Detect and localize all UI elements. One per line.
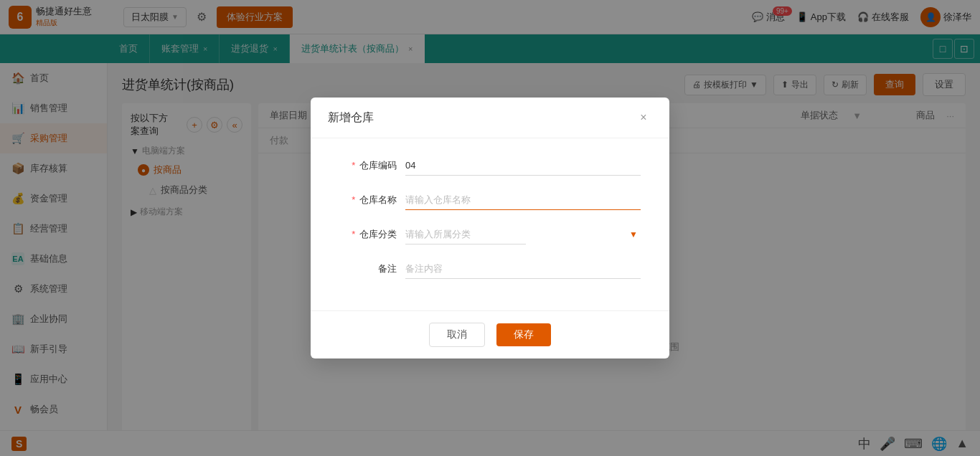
remark-label-text: 备注: [378, 263, 397, 274]
name-label: * 仓库名称: [339, 194, 397, 206]
code-label: * 仓库编码: [339, 159, 397, 172]
modal-overlay: 新增仓库 × * 仓库编码 * 仓库名称: [0, 0, 980, 456]
name-required-mark: *: [352, 194, 355, 205]
dialog-close-button[interactable]: ×: [635, 109, 652, 126]
form-row-category: * 仓库分类 ▼: [339, 224, 641, 244]
dialog-header: 新增仓库 ×: [311, 98, 669, 138]
code-label-text: 仓库编码: [359, 160, 397, 171]
dialog-title: 新增仓库: [328, 110, 374, 125]
category-label: * 仓库分类: [339, 228, 397, 241]
dialog-body: * 仓库编码 * 仓库名称 * 仓库分类: [311, 138, 669, 310]
code-input[interactable]: [405, 156, 641, 176]
category-label-text: 仓库分类: [359, 229, 397, 239]
name-label-text: 仓库名称: [359, 194, 397, 205]
category-required-mark: *: [352, 229, 355, 239]
dialog-footer: 取消 保存: [311, 310, 669, 358]
remark-label: 备注: [339, 262, 397, 275]
add-warehouse-dialog: 新增仓库 × * 仓库编码 * 仓库名称: [311, 98, 669, 358]
name-input[interactable]: [405, 190, 641, 210]
cancel-button[interactable]: 取消: [429, 323, 485, 347]
code-required-mark: *: [352, 160, 355, 171]
remark-input[interactable]: [405, 259, 641, 279]
category-dropdown-icon: ▼: [629, 229, 638, 239]
form-row-remark: 备注: [339, 259, 641, 279]
form-row-name: * 仓库名称: [339, 190, 641, 210]
save-button[interactable]: 保存: [496, 323, 551, 346]
category-input[interactable]: [405, 224, 526, 244]
form-row-code: * 仓库编码: [339, 156, 641, 176]
category-select-wrapper: ▼: [405, 224, 641, 244]
